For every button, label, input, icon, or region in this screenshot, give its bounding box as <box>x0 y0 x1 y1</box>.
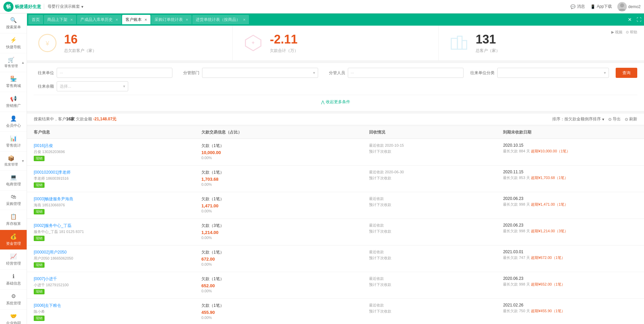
filter-row-2: 往来余额 选择... ▾ <box>34 81 637 91</box>
customer-name-link[interactable]: [0007]小进千 <box>34 276 201 282</box>
customer-tag: 现销 <box>34 209 45 214</box>
overdue-link[interactable]: 超期¥1,703.68（1笔） <box>531 176 568 180</box>
tab-purchase-stats-product[interactable]: 进货单统计表（按商品） ✕ <box>192 15 249 24</box>
svg-point-0 <box>620 3 624 7</box>
overdue-date: 2021.03.01 <box>503 249 637 254</box>
tab-purchase-stats-product-close[interactable]: ✕ <box>243 18 246 22</box>
col-debt-info: 欠款交易信息（占比） <box>201 129 369 135</box>
filter-area: 往来单位 ··· 分管部门 ▾ 分管人员 <box>27 63 644 111</box>
svg-rect-4 <box>451 38 457 49</box>
sidebar-item-ecommerce[interactable]: 💻 电商管理 <box>0 171 27 190</box>
svg-text:✦: ✦ <box>251 40 255 46</box>
table-row: [000002]用户2050 用户2050 18665062050 现销 欠款（… <box>27 245 644 272</box>
customer-name-link[interactable]: [0003]畅捷服务尹海燕 <box>34 196 201 202</box>
tab-production-history-label: 产成品入库单历史 <box>80 17 113 23</box>
sidebar-item-finance[interactable]: 💰 资金管理 <box>0 230 27 250</box>
customer-contact: 海燕 18513066976 <box>34 203 201 208</box>
stats-row: ¥ 16 总欠款客户（家） ✦ <box>27 26 644 60</box>
tab-purchase-order-stats-close[interactable]: ✕ <box>186 18 188 22</box>
balance-select[interactable]: 选择... ▾ <box>57 81 128 91</box>
tab-purchase-order-stats[interactable]: 采购订单统计表 ✕ <box>151 15 192 24</box>
customer-contact: 吕俊 13026203696 <box>34 149 201 154</box>
app-download-btn[interactable]: 📱 App下载 <box>590 4 612 9</box>
view-btn[interactable]: ▶ 视频 <box>611 30 622 35</box>
overdue-link[interactable]: 超期¥455.90（1笔） <box>531 309 565 313</box>
customer-name-link[interactable]: [0006]去下粮仓 <box>34 303 201 308</box>
sidebar-item-marketing[interactable]: 📢 营销推广 <box>0 92 27 112</box>
logo-icon: 畅 <box>3 2 13 12</box>
overdue-link[interactable]: 超期¥672.00（1笔） <box>531 256 565 260</box>
sidebar-item-label: 采购管理 <box>6 201 21 206</box>
dept-select[interactable]: ▾ <box>202 68 318 78</box>
debt-count: 欠款（3笔） <box>201 223 369 229</box>
marketing-icon: 📢 <box>10 95 17 102</box>
overdue-link[interactable]: 超期¥652.00（1笔） <box>531 282 565 286</box>
sidebar-item-system[interactable]: ⚙ 系统管理 <box>0 290 27 310</box>
debt-percent: 0.00% <box>201 236 369 240</box>
sidebar-item-inventory[interactable]: 📋 库存核算 <box>0 210 27 230</box>
tab-bar: 首页 商品上下架 ✕ 产成品入库单历史 ✕ 客户账本 ✕ 采购订单统计表 ✕ 进… <box>27 13 644 26</box>
col-collection: 回收情况 <box>369 129 503 135</box>
overdue-link[interactable]: 超期¥1,214.00（3笔） <box>531 229 568 233</box>
tab-customer-account-close[interactable]: ✕ <box>144 18 147 22</box>
collection-cell: 最近收款 预计下次收款 <box>369 196 503 207</box>
help-btn[interactable]: ⊙ 帮助 <box>626 30 637 35</box>
sidebar-item-basic-info[interactable]: ℹ 基础信息 <box>0 270 27 290</box>
collection-cell: 最近收款 预计下次收款 <box>369 276 503 287</box>
debt-percent: 0.00% <box>201 182 369 186</box>
overdue-cell: 2020.06.23 最长欠款 998 天 超期¥652.00（1笔） <box>503 276 637 287</box>
tab-home[interactable]: 首页 <box>28 15 43 24</box>
customer-name-link[interactable]: [0001020001]李老师 <box>34 170 201 175</box>
sidebar-item-member-center[interactable]: 👤 会员中心 <box>0 112 27 132</box>
customer-contact: 服务中心_丁磊 181 0125 8371 <box>34 229 201 234</box>
tab-customer-account[interactable]: 客户账本 ✕ <box>122 15 150 24</box>
export-btn[interactable]: ⊙ 导出 <box>608 116 621 122</box>
tab-product-listing-close[interactable]: ✕ <box>70 18 73 22</box>
collapse-label: 收起更多条件 <box>326 99 350 105</box>
sidebar-item-batch-mgmt[interactable]: 📦 批发管理 ▼ <box>0 152 27 171</box>
tab-production-history[interactable]: 产成品入库单历史 ✕ <box>77 15 121 24</box>
tab-collapse-btn[interactable]: ✕ <box>626 16 633 23</box>
results-amount-prefix: 欠款金额 <box>75 117 93 121</box>
collapse-btn[interactable]: ⋀ 收起更多条件 <box>321 98 350 106</box>
overdue-cell: 2021.02.26 最长欠款 750 天 超期¥455.90（1笔） <box>503 303 637 314</box>
sort-selector[interactable]: 排序：按欠款金额倒序排序 ▾ <box>552 116 604 122</box>
customer-name-link[interactable]: [0016]吕俊 <box>34 143 201 149</box>
message-btn[interactable]: 💬 消息 <box>570 4 585 9</box>
manager-input[interactable]: ··· <box>348 68 464 78</box>
sidebar-item-quick-nav[interactable]: ⚡ 快捷导航 <box>0 33 27 53</box>
tab-expand-btn[interactable]: ⛶ <box>635 16 643 23</box>
sidebar-item-label: 系统管理 <box>6 301 21 306</box>
last-collect: 最近收款 <box>369 223 503 228</box>
customer-name-link[interactable]: [000002]用户2050 <box>34 249 201 255</box>
sidebar-item-search-menu[interactable]: 🔍 搜索菜单 <box>0 13 27 33</box>
tab-home-label: 首页 <box>32 17 40 23</box>
overdue-link[interactable]: 超期¥10,000.00（1笔） <box>531 149 570 153</box>
sidebar-item-retail-store[interactable]: 🏪 零售商城 <box>0 72 27 92</box>
next-collect: 预计下次收款 <box>369 149 503 154</box>
refresh-btn[interactable]: ⊙ 刷新 <box>625 116 637 122</box>
customer-name-link[interactable]: [0002]服务中心_丁磊 <box>34 223 201 229</box>
sidebar-item-retail-mgmt[interactable]: 🛒 零售管理 ▲ <box>0 53 27 72</box>
sidebar-item-operation[interactable]: 📈 经营管理 <box>0 250 27 270</box>
sidebar-item-retail-stats[interactable]: 📊 零售统计 <box>0 132 27 152</box>
overdue-link[interactable]: 超期¥1,471.00（1笔） <box>531 202 568 206</box>
customer-info-cell: [000002]用户2050 用户2050 18665062050 现销 <box>34 249 201 268</box>
expand-icon: ▲ <box>21 61 25 64</box>
sidebar-item-purchase[interactable]: 🛍 采购管理 <box>0 190 27 210</box>
tab-production-history-close[interactable]: ✕ <box>115 18 118 22</box>
user-profile[interactable]: demo2 <box>617 2 641 11</box>
from-unit-placeholder: ··· <box>60 70 63 75</box>
from-unit-input[interactable]: ··· <box>57 68 172 78</box>
search-button[interactable]: 查询 <box>616 68 637 78</box>
sidebar-item-enterprise[interactable]: 🤝 企业协同 <box>0 310 27 324</box>
overdue-days: 最长欠款 853 天 超期¥1,703.68（1笔） <box>503 175 637 180</box>
message-label: 消息 <box>577 4 585 9</box>
collection-cell: 最近收款 2020-10-15 预计下次收款 <box>369 143 503 154</box>
unit-category-select[interactable]: ▾ <box>497 68 609 78</box>
tab-product-listing[interactable]: 商品上下架 ✕ <box>44 15 76 24</box>
overdue-cell: 2020.10.15 最长欠款 884 天 超期¥10,000.00（1笔） <box>503 143 637 154</box>
refresh-label: 刷新 <box>629 116 637 122</box>
sidebar-item-label: 零售统计 <box>6 143 21 148</box>
store-selector[interactable]: 母婴行业演示账套 ▾ <box>44 4 83 9</box>
